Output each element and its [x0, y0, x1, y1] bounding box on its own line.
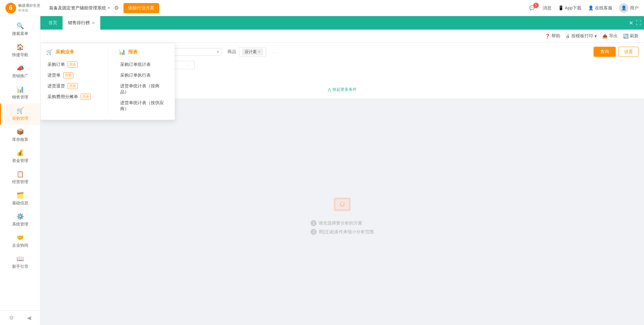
menu-item-goods-return[interactable]: 进货退货 历史: [46, 81, 97, 91]
enterprise-icon: 🤝: [16, 234, 24, 241]
sidebar-item-operations[interactable]: 📋 经营管理: [0, 167, 40, 188]
export-icon: 📤: [602, 34, 608, 39]
purchase-order-label: 采购订单: [47, 62, 65, 68]
goods-filter: 商品 设计素 ×: [227, 47, 266, 57]
export-btn[interactable]: 📤 导出: [602, 33, 618, 39]
menu-item-po-stat[interactable]: 采购订单统计表: [119, 59, 170, 70]
app-download-item[interactable]: 📱 App下载: [558, 5, 581, 11]
bottom-collapse-icon[interactable]: ◀: [27, 315, 31, 321]
sidebar-item-newbie[interactable]: 📖 新手引导: [0, 252, 40, 273]
sidebar-label-search-menu: 搜索菜单: [12, 31, 28, 37]
bottom-settings-icon[interactable]: ⚙: [9, 315, 14, 321]
goods-tag: 设计素 ×: [242, 48, 263, 55]
operations-icon: 📋: [16, 170, 24, 178]
topbar-right: 💬 5 消息 📱 App下载 👤 在线客服 👤 用户: [529, 3, 639, 13]
tab-home-label: 首页: [48, 20, 57, 26]
topbar: 6 畅捷通好生意 标准版 装备及固定资产辅助管理系统 ▾ ⚙ 体验行业方案 💬 …: [0, 0, 644, 16]
menu-item-receipt-by-goods[interactable]: 进货单统计表（按商品）: [119, 81, 170, 97]
finance-icon: 💰: [16, 149, 24, 157]
purchase-dropdown-menu: 🛒 采购业务 采购订单 历史 进货单 历史 进货退货 历史: [40, 43, 175, 120]
messages-item[interactable]: 💬 5 消息: [529, 5, 551, 11]
hint-text-2: 用[过滤]条件来缩小分析范围: [319, 229, 373, 235]
user-label: 用户: [630, 5, 639, 11]
sidebar-item-quick-nav[interactable]: 🏠 快捷导航: [0, 40, 40, 61]
sidebar-label-newbie: 新手引导: [12, 264, 28, 270]
sidebar-label-system: 系统管理: [12, 221, 28, 227]
main: 首页 销售排行榜 ✕ ✕ ⛶ ❓ 帮助 🖨 按模板: [40, 16, 644, 325]
refresh-icon: 🔄: [623, 34, 629, 39]
search-button[interactable]: 查询: [594, 47, 616, 57]
sidebar-item-system[interactable]: ⚙️ 系统管理: [0, 209, 40, 231]
receipt-by-goods-label: 进货单统计表（按商品）: [120, 83, 168, 95]
message-badge: 5: [533, 3, 539, 8]
logo-name: 畅捷通好生意: [18, 3, 40, 8]
sidebar-item-inventory[interactable]: 📦 库存核算: [0, 125, 40, 146]
goods-more-dots[interactable]: ···: [272, 49, 277, 54]
sidebar-bottom: ⚙ ◀: [0, 310, 40, 325]
export-label: 导出: [609, 33, 618, 39]
purchase-expense-label: 采购费用分摊单: [47, 94, 78, 100]
sidebar-item-sales[interactable]: 📊 销售管理: [0, 82, 40, 104]
goods-label: 商品: [227, 49, 236, 55]
tab-home[interactable]: 首页: [43, 16, 63, 30]
purchase-icon: 🛒: [16, 107, 24, 114]
menu-item-receipt-by-supplier[interactable]: 进货单统计表（按供应商）: [119, 97, 170, 114]
online-service-item[interactable]: 👤 在线客服: [588, 5, 612, 11]
voucher-status-arrow-icon: ▾: [217, 50, 219, 54]
inventory-icon: 📦: [16, 128, 24, 135]
sidebar-item-purchase[interactable]: 🛒 采购管理: [0, 104, 40, 125]
sidebar-item-search-menu[interactable]: 🔍 搜索菜单: [0, 19, 40, 40]
menu-item-purchase-expense[interactable]: 采购费用分摊单 历史: [46, 91, 97, 102]
sidebar-label-finance: 资金管理: [12, 158, 28, 164]
sidebar-label-inventory: 库存核算: [12, 137, 28, 143]
menu-item-po-exec[interactable]: 采购订单执行表: [119, 70, 170, 81]
report-col-title-label: 报表: [128, 49, 138, 55]
sidebar-item-finance[interactable]: 💰 资金管理: [0, 146, 40, 167]
sidebar-item-enterprise[interactable]: 🤝 企业协同: [0, 231, 40, 252]
online-service-label: 在线客服: [595, 5, 612, 11]
refresh-label: 刷新: [630, 33, 639, 39]
report-col: 📊 报表 采购订单统计表 采购订单执行表 进货单统计表（按商品） 进货单统计表（…: [119, 49, 170, 114]
logo-area: 6 畅捷通好生意 标准版: [5, 3, 46, 13]
user-item[interactable]: 👤 用户: [619, 3, 639, 13]
toolbar: ❓ 帮助 🖨 按模板打印 ▾ 📤 导出 🔄 刷新: [40, 30, 644, 43]
industry-btn[interactable]: 体验行业方案: [123, 3, 159, 13]
sidebar-item-marketing[interactable]: 📣 营销推广: [0, 61, 40, 82]
tab-sales-ranking[interactable]: 销售排行榜 ✕: [63, 16, 100, 30]
goods-tag-remove[interactable]: ×: [258, 49, 260, 54]
po-exec-label: 采购订单执行表: [120, 72, 151, 78]
system-title: 装备及固定资产辅助管理系统 ▾: [49, 5, 110, 11]
print-btn[interactable]: 🖨 按模板打印 ▾: [566, 33, 597, 39]
sidebar-label-basic-info: 基础信息: [12, 200, 28, 206]
goods-return-hist: 历史: [68, 83, 78, 89]
sidebar: 🔍 搜索菜单 🏠 快捷导航 📣 营销推广 📊 销售管理 🛒 采购管理 📦 库存核…: [0, 16, 40, 325]
sidebar-label-quick-nav: 快捷导航: [12, 52, 28, 58]
sidebar-item-basic-info[interactable]: 🗂️ 基础信息: [0, 188, 40, 209]
sidebar-label-purchase: 采购管理: [12, 116, 28, 121]
settings-button[interactable]: 设置: [618, 47, 639, 57]
hint-num-1: 1: [311, 220, 317, 226]
window-expand-icon[interactable]: ⛶: [636, 20, 641, 26]
basic-info-icon: 🗂️: [16, 192, 24, 199]
voucher-status-select[interactable]: ▾: [168, 48, 222, 56]
menu-item-goods-receipt[interactable]: 进货单 历史: [46, 70, 97, 81]
refresh-btn[interactable]: 🔄 刷新: [623, 33, 639, 39]
window-close-icon[interactable]: ✕: [629, 20, 633, 26]
empty-hints: 1 请先选择要分析的方案 2 用[过滤]条件来缩小分析范围: [311, 220, 373, 235]
purchase-order-hist: 历史: [68, 62, 78, 68]
filter-actions: 查询 设置: [594, 47, 639, 57]
tab-close-icon[interactable]: ✕: [92, 21, 95, 25]
menu-item-purchase-order[interactable]: 采购订单 历史: [46, 59, 97, 70]
sidebar-label-sales: 销售管理: [12, 94, 28, 100]
help-btn[interactable]: ❓ 帮助: [545, 33, 560, 39]
search-menu-icon: 🔍: [16, 22, 24, 30]
salesperson-dots: ···: [186, 63, 192, 68]
help-icon: ❓: [545, 34, 550, 39]
service-icon: 👤: [588, 5, 594, 10]
dropdown-arrow-icon[interactable]: ▾: [108, 6, 110, 10]
newbie-icon: 📖: [16, 255, 24, 262]
settings-icon[interactable]: ⚙: [114, 5, 119, 11]
sidebar-label-operations: 经营管理: [12, 179, 28, 185]
tabbar-right: ✕ ⛶: [629, 20, 641, 26]
quick-nav-icon: 🏠: [16, 43, 24, 51]
